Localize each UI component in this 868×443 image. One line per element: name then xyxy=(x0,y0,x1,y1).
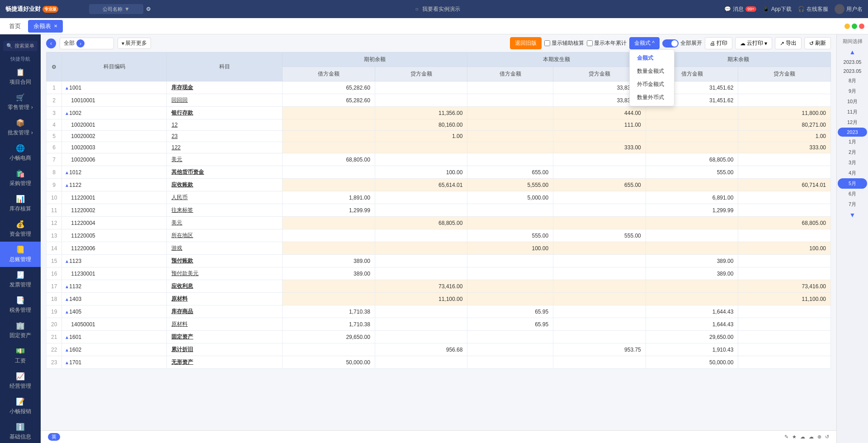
month-3[interactable]: 3月 xyxy=(838,157,867,168)
ytd-checkbox-input[interactable] xyxy=(587,40,593,46)
sidebar-item-retail[interactable]: 🛒 零售管理 › xyxy=(0,90,41,115)
month-6[interactable]: 6月 xyxy=(838,189,867,199)
tab-close-icon[interactable]: ✕ xyxy=(54,24,57,29)
refresh-icon2[interactable]: ↺ xyxy=(825,434,829,440)
table-row: 21 ▴1601 固定资产 29,650.00 29,650.00 xyxy=(47,331,831,343)
sidebar-item-project[interactable]: 📋 项目合同 xyxy=(0,64,41,90)
month-11[interactable]: 11月 xyxy=(838,107,867,117)
messages-btn[interactable]: 💬 消息 99+ xyxy=(724,5,756,13)
tab-balance[interactable]: 余额表 ✕ xyxy=(28,20,63,33)
expand-more-btn[interactable]: ▾ 展开更多 xyxy=(118,38,151,49)
menu-foreign-amount[interactable]: 外币金额式 xyxy=(630,78,674,91)
row-account[interactable]: 原材料 xyxy=(167,293,283,305)
edit-icon[interactable]: ✎ xyxy=(784,434,788,440)
filter-nav-arrow[interactable]: › xyxy=(76,39,85,48)
filter-search-box[interactable]: 全部 › xyxy=(60,38,114,49)
row-account[interactable]: 23 xyxy=(167,131,283,142)
cloud-sync-icon[interactable]: ☁ xyxy=(800,434,805,440)
row-account[interactable]: 预付款美元 xyxy=(167,267,283,280)
sidebar-item-operations[interactable]: 📈 经营管理 xyxy=(0,368,41,394)
window-min-btn[interactable] xyxy=(844,24,850,29)
right-panel-down-arrow[interactable]: ▼ xyxy=(838,210,867,220)
sidebar-item-salary[interactable]: 💵 工资 xyxy=(0,343,41,368)
row-account[interactable]: 预付账款 xyxy=(167,255,283,267)
lang-switch-btn[interactable]: 英 xyxy=(48,433,60,441)
row-account[interactable]: 固定资产 xyxy=(167,331,283,343)
row-account[interactable]: 所在地区 xyxy=(167,229,283,242)
app-download-btn[interactable]: 📱 App下载 xyxy=(763,5,792,13)
row-account[interactable]: 银行存款 xyxy=(167,107,283,119)
right-panel-up-arrow[interactable]: ▲ xyxy=(838,47,867,57)
sidebar-item-ecommerce[interactable]: 🌐 小畅电商 xyxy=(0,140,41,166)
user-avatar[interactable]: 用户名 xyxy=(835,4,863,14)
row-account[interactable]: 美元 xyxy=(167,153,283,166)
year-2023-label[interactable]: 2023 xyxy=(838,128,867,137)
sidebar-item-assets[interactable]: 🏢 固定资产 xyxy=(0,318,41,343)
row-account[interactable]: 游戏 xyxy=(167,242,283,255)
month-1[interactable]: 1月 xyxy=(838,137,867,147)
row-account[interactable]: 应收利息 xyxy=(167,280,283,293)
refresh-btn[interactable]: ↺ 刷新 xyxy=(804,37,831,49)
row-account[interactable]: 原材料 xyxy=(167,318,283,331)
month-9[interactable]: 9月 xyxy=(838,86,867,96)
row-account[interactable]: 人民币 xyxy=(167,191,283,204)
row-account[interactable]: 12 xyxy=(167,119,283,131)
window-close-btn[interactable] xyxy=(859,24,864,29)
row-account[interactable]: 库存商品 xyxy=(167,305,283,318)
quick-nav[interactable]: 快捷导航 xyxy=(0,54,41,64)
search-menu[interactable]: 🔍 搜索菜单 xyxy=(3,41,38,51)
online-service-btn[interactable]: 🎧 在线客服 xyxy=(798,5,828,13)
month-7[interactable]: 7月 xyxy=(838,199,867,210)
month-8[interactable]: 8月 xyxy=(838,76,867,86)
row-account[interactable]: 其他货币资金 xyxy=(167,166,283,179)
row-account[interactable]: 累计折旧 xyxy=(167,343,283,356)
settings-icon[interactable]: ⚙ xyxy=(146,6,151,12)
toggle-btn[interactable] xyxy=(662,39,679,48)
sidebar-item-invoice[interactable]: 🧾 发票管理 xyxy=(0,267,41,292)
row-account[interactable]: 无形资产 xyxy=(167,356,283,369)
window-max-btn[interactable] xyxy=(852,24,857,29)
sidebar-item-purchase[interactable]: 🛍️ 采购管理 xyxy=(0,166,41,191)
export-btn[interactable]: ↗ 导出 xyxy=(775,37,802,49)
print-btn[interactable]: 🖨 打印 xyxy=(705,37,732,49)
row-account[interactable]: 往来标签 xyxy=(167,204,283,217)
row-account[interactable]: 美元 xyxy=(167,217,283,229)
sidebar-item-ledger[interactable]: 📒 总账管理 xyxy=(0,242,41,267)
tab-home[interactable]: 首页 xyxy=(4,20,26,33)
amount-style-btn[interactable]: 金额式 ^ xyxy=(629,37,660,49)
demo-banner[interactable]: ○ 我要看实例演示 xyxy=(415,5,460,13)
amount-style-dropdown[interactable]: 金额式 ^ 金额式 数量金额式 外币金额式 数量外币式 xyxy=(629,37,660,49)
row-account[interactable]: 回回回 xyxy=(167,94,283,107)
right-panel-year-2023-1[interactable]: 2023.05 xyxy=(838,57,867,67)
month-2[interactable]: 2月 xyxy=(838,147,867,157)
sidebar-item-capital[interactable]: 💰 资金管理 xyxy=(0,216,41,242)
menu-qty-amount[interactable]: 数量金额式 xyxy=(630,65,674,78)
row-account[interactable]: 库存现金 xyxy=(167,81,283,94)
star-icon[interactable]: ★ xyxy=(792,434,797,440)
add-icon[interactable]: ⊕ xyxy=(817,434,821,440)
show-ytd-checkbox[interactable]: 显示本年累计 xyxy=(587,39,627,47)
month-10[interactable]: 10月 xyxy=(838,96,867,107)
settings-col-header[interactable]: ⚙ xyxy=(47,52,62,81)
sidebar-item-inventory[interactable]: 📊 库存核算 xyxy=(0,191,41,216)
menu-amount[interactable]: 金额式 xyxy=(630,52,674,65)
month-12[interactable]: 12月 xyxy=(838,117,867,128)
auxiliary-checkbox-input[interactable] xyxy=(544,40,550,46)
nav-left-btn[interactable]: ‹ xyxy=(46,38,56,48)
sidebar-item-wholesale[interactable]: 📦 批发管理 › xyxy=(0,115,41,140)
menu-qty-foreign[interactable]: 数量外币式 xyxy=(630,91,674,104)
sidebar-item-basic[interactable]: ℹ️ 基础信息 xyxy=(0,419,41,443)
row-account[interactable]: 122 xyxy=(167,142,283,153)
company-selector[interactable]: 公司名称 ▼ xyxy=(89,4,143,14)
row-account[interactable]: 应收账款 xyxy=(167,179,283,191)
sidebar-item-report[interactable]: 📝 小畅报销 xyxy=(0,394,41,419)
right-panel-year-2023-2[interactable]: 2023.05 xyxy=(838,67,867,76)
return-old-btn[interactable]: 退回旧版 xyxy=(510,37,542,49)
month-5[interactable]: 5月 xyxy=(838,178,867,189)
month-4[interactable]: 4月 xyxy=(838,168,867,178)
expand-all-toggle[interactable]: 全部展开 xyxy=(662,39,702,48)
cloud-print-btn[interactable]: ☁ 云打印 ▾ xyxy=(735,37,772,49)
sidebar-item-tax[interactable]: 📑 税务管理 xyxy=(0,292,41,318)
show-auxiliary-checkbox[interactable]: 显示辅助核算 xyxy=(544,39,584,47)
cloud-icon2[interactable]: ☁ xyxy=(809,434,814,440)
